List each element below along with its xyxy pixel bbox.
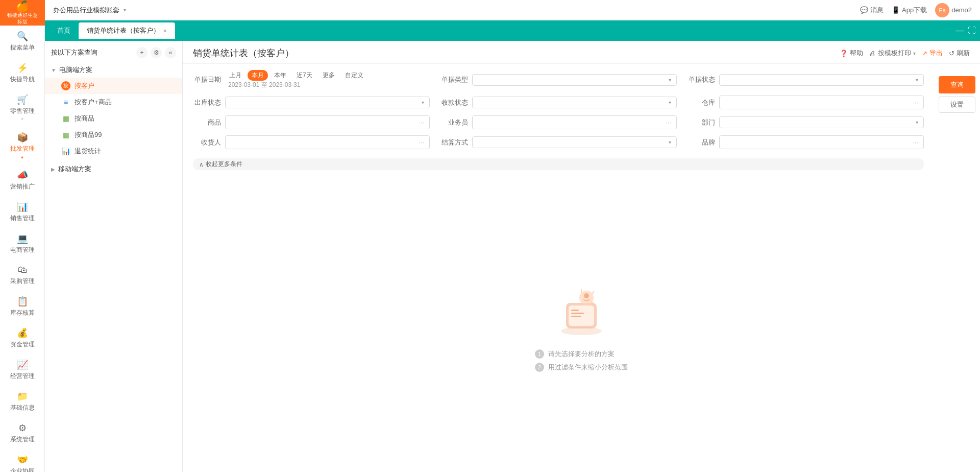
sidebar-item-enterprise[interactable]: 🤝 企业协同 xyxy=(0,449,45,472)
mobile-scheme-label: 移动端方案 xyxy=(58,164,91,174)
export-icon: ↗ xyxy=(922,50,927,57)
scheme-item-customer-product[interactable]: ≡ 按客户+商品 xyxy=(45,94,182,110)
scheme-item-label: 按商品99 xyxy=(75,130,102,139)
doc-type-control: ▾ xyxy=(472,74,677,86)
export-btn[interactable]: ↗ 导出 xyxy=(922,49,943,58)
desktop-scheme-group: ▼ 电脑端方案 按 按客户 ≡ 按客户+商品 ▦ 按商品 ▦ 按商品99 xyxy=(45,62,182,159)
svg-point-7 xyxy=(584,293,589,298)
tip-num-1: 1 xyxy=(535,349,544,359)
tip-num-2: 2 xyxy=(535,363,544,372)
dept-select[interactable]: ▾ xyxy=(719,116,924,128)
print-icon: 🖨 xyxy=(869,50,876,57)
operations-icon: 📈 xyxy=(17,359,28,370)
sidebar-item-ecommerce[interactable]: 💻 电商管理 xyxy=(0,228,45,259)
sidebar-item-label: 采购管理 xyxy=(10,277,35,286)
sidebar: 🍊 畅捷通好生意 标版 🔍 搜索菜单 ⚡ 快捷导航 🛒 零售管理 ▼ 📦 批发管… xyxy=(0,0,45,472)
out-status-select[interactable]: ▾ xyxy=(225,97,430,108)
sidebar-item-inventory[interactable]: 📋 库存核算 xyxy=(0,291,45,322)
app-logo[interactable]: 🍊 畅捷通好生意 标版 xyxy=(0,0,45,26)
warehouse-select[interactable]: ··· xyxy=(719,96,924,109)
query-btn[interactable]: 查询 xyxy=(939,76,975,93)
message-btn[interactable]: 💬 消息 xyxy=(860,6,884,15)
sidebar-item-operations[interactable]: 📈 经营管理 xyxy=(0,354,45,386)
settings-scheme-btn[interactable]: ⚙ xyxy=(151,47,162,58)
ellipsis-icon: ··· xyxy=(913,99,918,106)
tab-sales-stats[interactable]: 销货单统计表（按客户） ✕ xyxy=(79,22,175,39)
add-scheme-btn[interactable]: + xyxy=(136,47,148,58)
settlement-select[interactable]: ▾ xyxy=(472,136,677,148)
desktop-scheme-group-header[interactable]: ▼ 电脑端方案 xyxy=(45,62,182,78)
sidebar-item-label: 系统管理 xyxy=(10,435,35,444)
product-select[interactable]: ··· xyxy=(225,115,430,129)
sales-icon: 📊 xyxy=(17,201,28,213)
scheme-item-by-product[interactable]: ▦ 按商品 xyxy=(45,110,182,127)
empty-illustration xyxy=(551,280,612,341)
brand-label: 品牌 xyxy=(687,138,715,147)
receive-status-select[interactable]: ▾ xyxy=(472,97,677,108)
sidebar-item-system[interactable]: ⚙ 系统管理 xyxy=(0,417,45,449)
help-btn[interactable]: ❓ 帮助 xyxy=(840,49,863,58)
industry-selector[interactable]: 办公用品行业模拟账套 ▾ xyxy=(53,6,126,15)
sidebar-item-label: 批发管理 xyxy=(10,145,35,153)
close-tab-btn[interactable]: ✕ xyxy=(163,28,167,34)
sidebar-item-quick-nav[interactable]: ⚡ 快捷导航 xyxy=(0,57,45,89)
sidebar-item-finance[interactable]: 💰 资金管理 xyxy=(0,322,45,354)
scheme-item-by-customer[interactable]: 按 按客户 xyxy=(45,78,182,94)
print-label: 按模板打印 xyxy=(878,49,911,58)
chevron-up-icon: ▲ xyxy=(20,155,24,159)
sidebar-item-retail[interactable]: 🛒 零售管理 ▼ xyxy=(0,89,45,127)
scheme-icon-table: ▦ xyxy=(61,114,70,123)
app-download-btn[interactable]: 📱 App下载 xyxy=(892,6,927,15)
shortcut-this-month[interactable]: 本月 xyxy=(248,70,268,81)
out-status-control: ▾ xyxy=(225,97,430,108)
maximize-btn[interactable]: ⛶ xyxy=(968,26,976,35)
mobile-scheme-group-header[interactable]: ▶ 移动端方案 xyxy=(45,161,182,177)
refresh-btn[interactable]: ↺ 刷新 xyxy=(949,49,970,58)
warehouse-label: 仓库 xyxy=(687,98,715,107)
receiver-label: 收货人 xyxy=(193,138,221,147)
shortcut-last-month[interactable]: 上月 xyxy=(225,70,246,81)
sidebar-item-label: 基础信息 xyxy=(10,404,35,412)
sidebar-item-marketing[interactable]: 📣 营销推广 xyxy=(0,164,45,196)
tip-text-1: 请先选择要分析的方案 xyxy=(548,349,615,359)
sidebar-item-base-info[interactable]: 📁 基础信息 xyxy=(0,386,45,417)
main-area: 办公用品行业模拟账套 ▾ 💬 消息 📱 App下载 Ea demo2 首页 销货… xyxy=(45,0,980,472)
doc-type-select[interactable]: ▾ xyxy=(472,74,677,86)
doc-status-select[interactable]: ▾ xyxy=(719,74,924,86)
product-filter-item: 商品 ··· xyxy=(193,115,430,129)
scheme-icon-table2: ▦ xyxy=(61,130,70,139)
tab-home[interactable]: 首页 xyxy=(49,22,79,39)
print-btn[interactable]: 🖨 按模板打印 ▾ xyxy=(869,49,916,58)
refresh-icon: ↺ xyxy=(949,50,954,57)
brand-select[interactable]: ··· xyxy=(719,135,924,149)
collapse-more-btn[interactable]: ∧ 收起更多条件 xyxy=(193,158,924,170)
chevron-down-icon: ▼ xyxy=(20,117,24,122)
collapse-panel-btn[interactable]: « xyxy=(165,47,176,58)
salesman-select[interactable]: ··· xyxy=(472,115,677,129)
scheme-item-return-stats[interactable]: 📊 退货统计 xyxy=(45,143,182,159)
chevron-down-icon: ▾ xyxy=(916,120,918,125)
sidebar-item-wholesale[interactable]: 📦 批发管理 ▲ xyxy=(0,127,45,164)
date-filter-label: 单据日期 xyxy=(193,75,221,84)
receiver-select[interactable]: ··· xyxy=(225,135,430,149)
receive-status-control: ▾ xyxy=(472,97,677,108)
scheme-item-label: 按客户 xyxy=(75,81,94,90)
sidebar-item-sales[interactable]: 📊 销售管理 xyxy=(0,196,45,228)
doc-status-label: 单据状态 xyxy=(687,75,715,84)
retail-icon: 🛒 xyxy=(17,94,28,105)
product-label: 商品 xyxy=(193,118,221,127)
dept-control: ▾ xyxy=(719,116,924,128)
shortcut-this-year[interactable]: 本年 xyxy=(270,70,290,81)
dept-label: 部门 xyxy=(687,118,715,127)
sidebar-item-search[interactable]: 🔍 搜索菜单 xyxy=(0,26,45,57)
minimize-btn[interactable]: — xyxy=(955,26,964,35)
shortcut-7days[interactable]: 近7天 xyxy=(292,70,316,81)
user-menu[interactable]: Ea demo2 xyxy=(935,3,972,17)
scheme-panel-header: 按以下方案查询 + ⚙ « xyxy=(45,47,182,62)
settings-btn[interactable]: 设置 xyxy=(939,97,975,113)
shortcut-more[interactable]: 更多 xyxy=(318,70,339,81)
shortcut-custom[interactable]: 自定义 xyxy=(341,70,368,81)
receive-status-label: 收款状态 xyxy=(440,98,468,107)
sidebar-item-purchase[interactable]: 🛍 采购管理 xyxy=(0,259,45,291)
scheme-item-by-product99[interactable]: ▦ 按商品99 xyxy=(45,127,182,143)
